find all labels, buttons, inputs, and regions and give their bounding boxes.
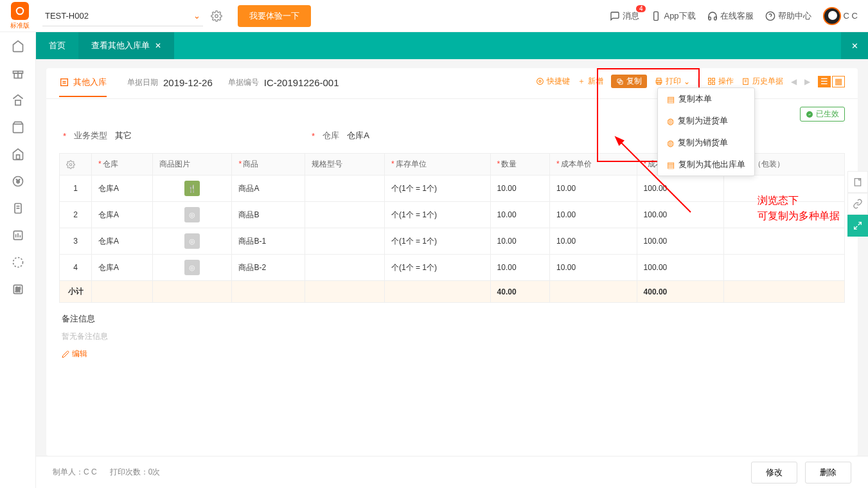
sidebar-home-icon[interactable] bbox=[12, 40, 24, 53]
nav-next-icon[interactable]: ▶ bbox=[804, 77, 810, 86]
row-amount: 100.00 bbox=[637, 176, 723, 202]
row-image: ◎ bbox=[152, 255, 232, 281]
col-warehouse: *仓库 bbox=[92, 154, 153, 176]
row-warehouse: 仓库A bbox=[92, 176, 153, 202]
table-row[interactable]: 3 仓库A ◎ 商品B-1 个(1个 = 1个) 10.00 10.00 100… bbox=[60, 228, 845, 255]
sidebar-report-icon[interactable] bbox=[12, 229, 24, 242]
edit-notes-button[interactable]: 编辑 bbox=[62, 348, 842, 359]
history-button[interactable]: 历史单据 bbox=[741, 76, 783, 87]
nav-prev-icon[interactable]: ◀ bbox=[791, 77, 797, 86]
svg-rect-35 bbox=[713, 78, 715, 81]
tab-view-other-inbound[interactable]: 查看其他入库单 ✕ bbox=[78, 32, 174, 59]
row-amount: 100.00 bbox=[637, 202, 723, 228]
help-center-button[interactable]: 帮助中心 bbox=[765, 10, 811, 22]
copy-label: 复制 bbox=[626, 76, 642, 87]
copy-as-purchase[interactable]: ◍复制为进货单 bbox=[658, 110, 754, 132]
user-menu[interactable]: C C bbox=[823, 7, 858, 25]
settings-gear-icon[interactable] bbox=[211, 10, 222, 22]
row-price: 10.00 bbox=[550, 228, 637, 255]
sidebar-new-icon[interactable]: 新 bbox=[12, 283, 24, 296]
messages-button[interactable]: 消息 4 bbox=[610, 10, 639, 22]
sidebar-clipboard-icon[interactable] bbox=[12, 202, 24, 215]
app-download-button[interactable]: App下载 bbox=[651, 10, 695, 22]
shortcut-button[interactable]: 快捷键 bbox=[536, 76, 570, 87]
svg-rect-36 bbox=[709, 82, 711, 85]
row-qty: 10.00 bbox=[490, 255, 549, 281]
close-all-tabs-icon[interactable]: ✕ bbox=[841, 32, 868, 59]
svg-rect-9 bbox=[15, 100, 20, 105]
modify-button[interactable]: 修改 bbox=[751, 462, 797, 483]
row-price: 10.00 bbox=[550, 176, 637, 202]
date-value: 2019-12-26 bbox=[163, 77, 213, 88]
copy-as-sales[interactable]: ◍复制为销货单 bbox=[658, 132, 754, 154]
biz-type-label: 业务类型 bbox=[74, 130, 107, 141]
required-marker: * bbox=[63, 131, 66, 141]
svg-rect-24 bbox=[61, 78, 68, 86]
warehouse-value: 仓库A bbox=[347, 130, 369, 141]
view-grid-icon[interactable]: ▦ bbox=[832, 76, 845, 87]
svg-rect-34 bbox=[709, 78, 711, 81]
app-download-label: App下载 bbox=[664, 10, 695, 22]
svg-point-27 bbox=[538, 80, 540, 82]
sidebar-stock-icon[interactable] bbox=[12, 148, 24, 161]
copy-as-other-out[interactable]: ▤复制为其他出库单 bbox=[658, 154, 754, 176]
copy-this-doc[interactable]: ▤复制本单 bbox=[658, 88, 754, 110]
delete-button[interactable]: 删除 bbox=[805, 462, 851, 483]
biz-type-value: 其它 bbox=[115, 130, 132, 141]
brand-badge: 标准版 bbox=[10, 21, 30, 30]
footer-info: 制单人：C C 打印次数：0次 bbox=[53, 467, 160, 478]
expand-side-icon[interactable] bbox=[847, 215, 868, 237]
row-index: 4 bbox=[60, 255, 92, 281]
add-label: 新增 bbox=[588, 76, 603, 87]
col-image: 商品图片 bbox=[152, 154, 232, 176]
help-center-label: 帮助中心 bbox=[778, 10, 811, 22]
svg-text:新: 新 bbox=[15, 287, 21, 293]
col-gear[interactable] bbox=[60, 154, 92, 176]
link-side-icon[interactable] bbox=[847, 193, 868, 215]
col-price: *成本单价 bbox=[550, 154, 637, 176]
trial-button[interactable]: 我要体验一下 bbox=[238, 5, 311, 27]
view-list-icon[interactable]: ☰ bbox=[818, 76, 831, 87]
table-row[interactable]: 2 仓库A ◎ 商品B 个(1个 = 1个) 10.00 10.00 100.0… bbox=[60, 202, 845, 228]
sidebar-sync-icon[interactable] bbox=[12, 256, 24, 269]
row-available bbox=[723, 176, 844, 202]
table-row[interactable]: 4 仓库A ◎ 商品B-2 个(1个 = 1个) 10.00 10.00 100… bbox=[60, 255, 845, 281]
tab-active-label: 查看其他入库单 bbox=[91, 40, 150, 51]
clipboard-icon: ▤ bbox=[667, 160, 675, 170]
org-selector[interactable]: TEST-H002 ⌄ bbox=[42, 6, 203, 26]
table-row[interactable]: 1 仓库A 🍴 商品A 个(1个 = 1个) 10.00 10.00 100.0… bbox=[60, 176, 845, 202]
username: C C bbox=[844, 11, 858, 21]
view-toggle: ☰ ▦ bbox=[818, 76, 845, 87]
float-actions bbox=[847, 171, 868, 237]
note-side-icon[interactable] bbox=[847, 171, 868, 193]
subtotal-qty: 40.00 bbox=[490, 281, 549, 303]
status-badge: 已生效 bbox=[800, 107, 845, 122]
row-price: 10.00 bbox=[550, 202, 637, 228]
row-index: 2 bbox=[60, 202, 92, 228]
sidebar-bag-icon[interactable] bbox=[12, 121, 24, 134]
operate-button[interactable]: 操作 bbox=[707, 76, 734, 87]
org-name: TEST-H002 bbox=[45, 11, 89, 21]
tabs-bar: 首页 查看其他入库单 ✕ ✕ bbox=[36, 32, 868, 59]
row-qty: 10.00 bbox=[490, 176, 549, 202]
tab-home[interactable]: 首页 bbox=[36, 32, 78, 59]
sidebar-finance-icon[interactable]: ¥ bbox=[12, 175, 24, 188]
copy-this-label: 复制本单 bbox=[678, 93, 712, 105]
copy-button[interactable]: 复制 bbox=[611, 75, 647, 88]
row-product: 商品B bbox=[232, 202, 305, 228]
sidebar-warehouse-icon[interactable] bbox=[12, 94, 24, 107]
online-service-label: 在线客服 bbox=[720, 10, 754, 22]
messages-badge: 4 bbox=[636, 5, 646, 12]
add-button[interactable]: ＋新增 bbox=[578, 76, 603, 87]
copy-sales-label: 复制为销货单 bbox=[678, 137, 728, 149]
close-icon[interactable]: ✕ bbox=[155, 41, 161, 50]
col-spec: 规格型号 bbox=[305, 154, 385, 176]
notes-section: 备注信息 暂无备注信息 编辑 bbox=[46, 303, 858, 370]
online-service-button[interactable]: 在线客服 bbox=[707, 10, 754, 22]
product-thumb-icon: ◎ bbox=[184, 260, 200, 275]
row-unit: 个(1个 = 1个) bbox=[384, 176, 490, 202]
sidebar: ¥ 新 bbox=[0, 32, 36, 488]
print-button[interactable]: 打印 ⌄ bbox=[655, 76, 690, 87]
sidebar-gift-icon[interactable] bbox=[12, 67, 24, 80]
row-available bbox=[723, 255, 844, 281]
